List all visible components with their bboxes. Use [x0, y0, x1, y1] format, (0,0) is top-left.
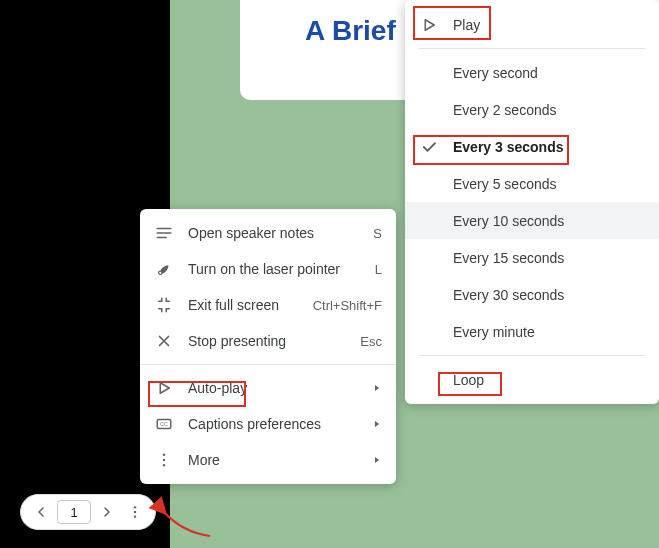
- submenu-label: Every 3 seconds: [453, 139, 564, 155]
- menu-separator: [419, 355, 645, 356]
- exit-fullscreen-icon: [154, 295, 174, 315]
- menu-separator: [140, 364, 396, 365]
- menu-item-stop-presenting[interactable]: Stop presenting Esc: [140, 323, 396, 359]
- annotation-arrow: [162, 508, 212, 538]
- menu-shortcut: L: [375, 262, 382, 277]
- menu-item-speaker-notes[interactable]: Open speaker notes S: [140, 215, 396, 251]
- menu-item-auto-play[interactable]: Auto-play: [140, 370, 396, 406]
- submenu-item-play[interactable]: Play: [405, 6, 659, 43]
- submenu-item-every-15-seconds[interactable]: Every 15 seconds: [405, 239, 659, 276]
- submenu-chevron-icon: [372, 383, 382, 393]
- menu-shortcut: Ctrl+Shift+F: [313, 298, 382, 313]
- submenu-label: Every 15 seconds: [453, 250, 564, 266]
- submenu-label: Loop: [453, 372, 484, 388]
- captions-icon: CC: [154, 414, 174, 434]
- more-icon: [154, 450, 174, 470]
- menu-separator: [419, 48, 645, 49]
- menu-shortcut: Esc: [360, 334, 382, 349]
- prev-slide-button[interactable]: [27, 498, 55, 526]
- notes-icon: [154, 223, 174, 243]
- play-icon: [154, 378, 174, 398]
- menu-label: More: [188, 452, 372, 468]
- svg-point-3: [159, 271, 162, 274]
- presenter-menu: Open speaker notes S Turn on the laser p…: [140, 209, 396, 484]
- submenu-label: Play: [453, 17, 480, 33]
- submenu-chevron-icon: [372, 455, 382, 465]
- menu-item-more[interactable]: More: [140, 442, 396, 478]
- close-icon: [154, 331, 174, 351]
- presenter-toolbar: 1: [20, 494, 156, 530]
- slide-number-field[interactable]: 1: [57, 500, 91, 524]
- submenu-label: Every 5 seconds: [453, 176, 557, 192]
- submenu-item-every-5-seconds[interactable]: Every 5 seconds: [405, 165, 659, 202]
- submenu-item-every-second[interactable]: Every second: [405, 54, 659, 91]
- submenu-item-every-30-seconds[interactable]: Every 30 seconds: [405, 276, 659, 313]
- svg-point-7: [163, 459, 165, 461]
- menu-label: Captions preferences: [188, 416, 372, 432]
- submenu-item-every-10-seconds[interactable]: Every 10 seconds: [405, 202, 659, 239]
- submenu-item-every-3-seconds[interactable]: Every 3 seconds: [405, 128, 659, 165]
- svg-point-8: [163, 464, 165, 466]
- menu-label: Exit full screen: [188, 297, 313, 313]
- menu-label: Turn on the laser pointer: [188, 261, 375, 277]
- submenu-label: Every 30 seconds: [453, 287, 564, 303]
- submenu-label: Every second: [453, 65, 538, 81]
- submenu-item-every-minute[interactable]: Every minute: [405, 313, 659, 350]
- menu-label: Auto-play: [188, 380, 372, 396]
- submenu-item-loop[interactable]: Loop: [405, 361, 659, 398]
- menu-label: Stop presenting: [188, 333, 360, 349]
- submenu-label: Every 10 seconds: [453, 213, 564, 229]
- submenu-item-every-2-seconds[interactable]: Every 2 seconds: [405, 91, 659, 128]
- menu-item-laser[interactable]: Turn on the laser pointer L: [140, 251, 396, 287]
- menu-item-exit-fullscreen[interactable]: Exit full screen Ctrl+Shift+F: [140, 287, 396, 323]
- menu-label: Open speaker notes: [188, 225, 373, 241]
- menu-shortcut: S: [373, 226, 382, 241]
- submenu-label: Every 2 seconds: [453, 102, 557, 118]
- check-icon: [419, 137, 439, 157]
- next-slide-button[interactable]: [93, 498, 121, 526]
- autoplay-submenu: Play Every second Every 2 seconds Every …: [405, 0, 659, 404]
- submenu-label: Every minute: [453, 324, 535, 340]
- laser-icon: [154, 259, 174, 279]
- svg-point-2: [134, 515, 136, 517]
- menu-item-captions[interactable]: CC Captions preferences: [140, 406, 396, 442]
- submenu-chevron-icon: [372, 419, 382, 429]
- play-icon: [419, 15, 439, 35]
- svg-point-1: [134, 511, 136, 513]
- svg-point-0: [134, 506, 136, 508]
- svg-point-6: [163, 454, 165, 456]
- svg-text:CC: CC: [160, 421, 168, 427]
- more-options-button[interactable]: [121, 498, 149, 526]
